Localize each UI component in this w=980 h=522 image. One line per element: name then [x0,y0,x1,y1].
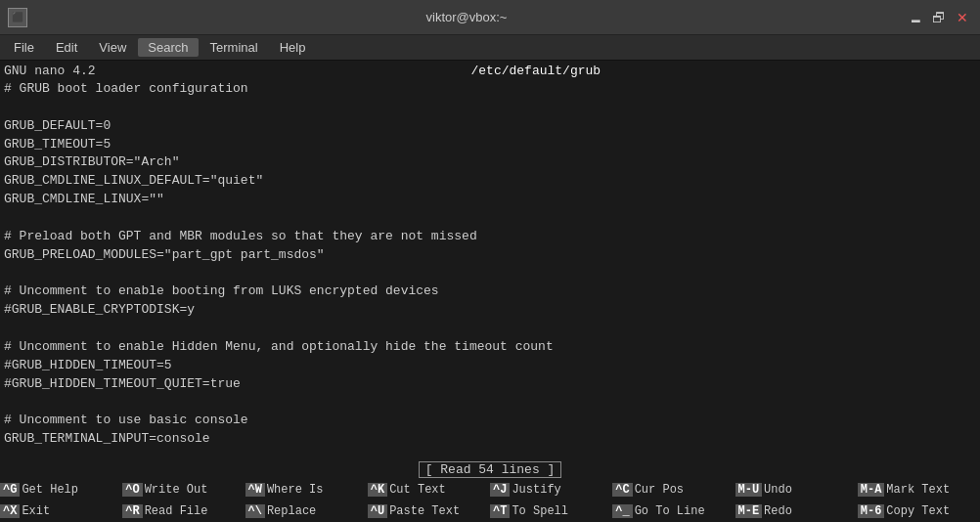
close-button[interactable]: ✕ [953,8,972,27]
shortcut-key: ^T [490,504,510,518]
shortcut-key: ^C [612,483,632,497]
shortcut-item: M-ERedo [735,504,858,518]
shortcut-item: ^WWhere Is [245,483,368,497]
shortcut-item: M-AMark Text [858,483,980,497]
shortcut-key: ^R [122,504,142,518]
menu-terminal[interactable]: Terminal [200,38,268,57]
shortcut-label: Cut Text [389,483,446,497]
shortcut-label: Go To Line [635,504,705,518]
nano-status-bar: [ Read 54 lines ] [0,459,980,479]
shortcut-item: ^KCut Text [368,483,490,497]
shortcut-label: Get Help [22,483,78,497]
shortcut-key: ^J [490,483,510,497]
shortcut-item: ^JJustify [490,483,612,497]
shortcut-item: ^TTo Spell [490,504,612,518]
shortcut-key: M-6 [858,504,885,518]
shortcut-item: M-6Copy Text [858,504,980,518]
editor-wrapper: GNU nano 4.2 /etc/default/grub # GRUB bo… [0,61,980,522]
nano-filename: /etc/default/grub [96,64,976,78]
menu-file[interactable]: File [4,38,44,57]
shortcut-key: ^G [0,483,20,497]
shortcut-item: ^GGet Help [0,483,122,497]
status-message: [ Read 54 lines ] [419,461,562,478]
menu-view[interactable]: View [89,38,136,57]
shortcut-item: ^CCur Pos [612,483,735,497]
shortcut-key: ^K [368,483,387,497]
shortcut-label: Cur Pos [635,483,684,497]
nano-version: GNU nano 4.2 [0,64,96,78]
shortcut-label: Read File [145,504,208,518]
nano-top-bar: GNU nano 4.2 /etc/default/grub [0,61,980,80]
shortcut-label: Undo [764,483,792,497]
shortcut-key: ^O [122,483,142,497]
shortcut-item: ^\Replace [245,504,368,518]
maximize-button[interactable]: 🗗 [929,8,949,27]
shortcut-label: Write Out [145,483,208,497]
shortcut-label: Mark Text [886,483,950,497]
shortcut-label: To Spell [512,504,568,518]
shortcut-key: ^U [368,504,387,518]
shortcut-label: Paste Text [389,504,460,518]
shortcut-item: ^_Go To Line [612,504,735,518]
shortcut-item: ^UPaste Text [368,504,490,518]
title-bar: ⬛ viktor@vbox:~ 🗕 🗗 ✕ [0,0,980,35]
shortcut-key: M-U [735,483,763,497]
title-bar-left: ⬛ [8,8,27,27]
shortcut-item: ^RRead File [122,504,245,518]
menu-help[interactable]: Help [270,38,316,57]
title-bar-title: viktor@vbox:~ [426,10,508,24]
shortcut-label: Copy Text [886,504,950,518]
shortcut-bar-row2: ^XExit^RRead File^\Replace^UPaste Text^T… [0,500,980,522]
shortcut-label: Justify [512,483,560,497]
shortcut-key: ^_ [612,504,632,518]
shortcut-item: ^XExit [0,504,122,518]
shortcut-key: M-A [858,483,885,497]
editor-content[interactable]: # GRUB boot loader configuration GRUB_DE… [0,80,980,459]
shortcut-label: Where Is [267,483,324,497]
terminal-icon: ⬛ [8,8,27,27]
shortcut-label: Exit [22,504,50,518]
window-controls: 🗕 🗗 ✕ [906,8,972,27]
shortcut-key: ^W [245,483,265,497]
shortcut-label: Replace [267,504,316,518]
shortcut-key: M-E [735,504,763,518]
shortcut-key: ^\ [245,504,265,518]
menu-bar: File Edit View Search Terminal Help [0,35,980,61]
shortcut-key: ^X [0,504,20,518]
shortcut-item: ^OWrite Out [122,483,245,497]
menu-search[interactable]: Search [138,38,198,57]
shortcut-bar-row1: ^GGet Help^OWrite Out^WWhere Is^KCut Tex… [0,479,980,500]
shortcut-label: Redo [764,504,792,518]
shortcut-item: M-UUndo [735,483,858,497]
menu-edit[interactable]: Edit [46,38,87,57]
minimize-button[interactable]: 🗕 [906,8,925,27]
